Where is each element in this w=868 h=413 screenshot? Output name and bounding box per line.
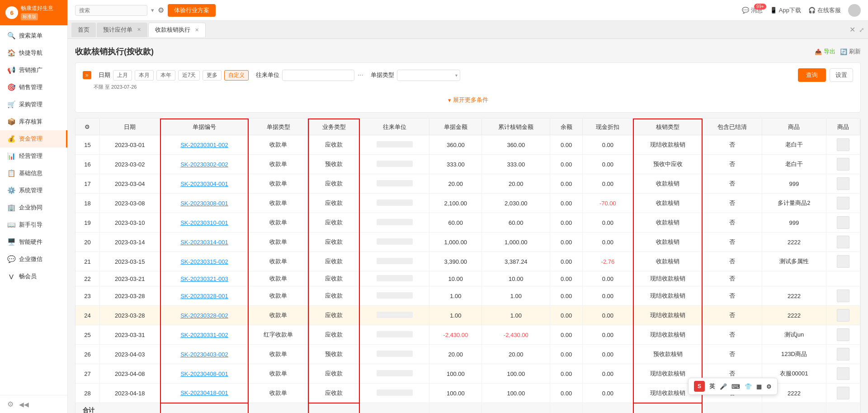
row-num: 16 xyxy=(75,155,99,174)
ime-keyboard-icon[interactable]: ⌨ xyxy=(731,383,740,390)
message-button[interactable]: 💬 消息 99+ xyxy=(742,6,763,14)
online-service-button[interactable]: 🎧 在线客服 xyxy=(808,6,841,14)
filter-settings-button[interactable]: 设置 xyxy=(830,68,853,82)
ime-logo: S xyxy=(694,381,705,392)
col-settings[interactable]: ⚙ xyxy=(75,119,99,135)
date-last-month-button[interactable]: 上月 xyxy=(113,70,132,81)
filter-expand-arrow[interactable]: » xyxy=(83,71,91,79)
hardware-icon: 🖥️ xyxy=(7,238,15,246)
bill-no-link[interactable]: SK-20230308-001 xyxy=(180,200,228,207)
sidebar-item-inventory[interactable]: 📦库存核算 xyxy=(0,113,67,130)
col-biz-type: 业务类型 xyxy=(308,119,359,135)
row-bill-no: SK-20230315-002 xyxy=(160,252,249,271)
bill-no-link[interactable]: SK-20230315-002 xyxy=(180,258,228,265)
row-include-settled: 否 xyxy=(702,271,762,286)
row-date: 2023-03-08 xyxy=(99,194,160,213)
row-num: 21 xyxy=(75,252,99,271)
date-custom-button[interactable]: 自定义 xyxy=(224,70,249,81)
row-balance: 0.00 xyxy=(550,213,583,233)
row-product: 2222 xyxy=(762,286,826,306)
date-this-month-button[interactable]: 本月 xyxy=(135,70,154,81)
sidebar-item-label: 库存核算 xyxy=(19,118,42,126)
row-partner xyxy=(359,174,429,194)
sidebar-item-guide[interactable]: 📖新手引导 xyxy=(0,216,67,233)
close-all-tabs-icon[interactable]: ✕ xyxy=(849,25,855,34)
bill-no-link[interactable]: SK-20230403-002 xyxy=(180,351,228,358)
bill-no-link[interactable]: SK-20230310-001 xyxy=(180,219,228,226)
col-product: 商品 xyxy=(762,119,826,135)
ime-settings-icon[interactable]: ⚙ xyxy=(766,383,772,390)
sidebar-item-marketing[interactable]: 📢营销推广 xyxy=(0,62,67,79)
solution-button[interactable]: 体验行业方案 xyxy=(168,4,216,17)
sidebar-item-operation[interactable]: 📊经营管理 xyxy=(0,147,67,165)
sidebar-item-capital[interactable]: 💰资金管理 xyxy=(0,130,67,147)
refresh-button[interactable]: 🔄 刷新 xyxy=(840,47,861,56)
sidebar-item-hardware[interactable]: 🖥️智能硬件 xyxy=(0,233,67,251)
sidebar-item-purchase[interactable]: 🛒采购管理 xyxy=(0,96,67,113)
row-bill-type: 收款单 xyxy=(248,364,308,384)
page-header: 收款核销执行(按收款) 📤 导出 🔄 刷新 xyxy=(75,46,861,57)
total-bill-no xyxy=(160,403,249,413)
tab-home[interactable]: 首页 xyxy=(71,23,96,37)
row-partner xyxy=(359,135,429,155)
date-this-year-button[interactable]: 本年 xyxy=(156,70,175,81)
row-verified: 333.00 xyxy=(482,155,550,174)
topbar-search-input[interactable] xyxy=(75,5,147,16)
tab-collection[interactable]: 收款核销执行 ✕ xyxy=(148,23,206,37)
sidebar-item-company[interactable]: 🏢企业协同 xyxy=(0,199,67,216)
marketing-icon: 📢 xyxy=(7,66,15,74)
bill-no-link[interactable]: SK-20230304-001 xyxy=(180,180,228,187)
row-product: 多计量商品2 xyxy=(762,194,826,213)
query-button[interactable]: 查询 xyxy=(798,68,826,82)
bill-no-link[interactable]: SK-20230321-003 xyxy=(180,275,228,282)
bill-no-link[interactable]: SK-20230302-002 xyxy=(180,161,228,168)
row-verify-type: 收款核销 xyxy=(633,174,703,194)
collapse-sidebar-button[interactable]: ◀◀ xyxy=(19,401,29,408)
row-partner xyxy=(359,155,429,174)
expand-tabs-icon[interactable]: ⤢ xyxy=(859,26,864,33)
sidebar-item-search[interactable]: 🔍搜索菜单 xyxy=(0,27,67,44)
bill-no-link[interactable]: SK-20230331-002 xyxy=(180,332,228,338)
tab-prepay-label: 预计应付单 xyxy=(103,26,132,34)
sales-icon: 🎯 xyxy=(7,83,15,91)
tab-collection-close-icon[interactable]: ✕ xyxy=(195,27,199,33)
partner-filter-input[interactable] xyxy=(282,70,354,81)
sidebar-item-member[interactable]: V畅会员 xyxy=(0,268,67,285)
bill-no-link[interactable]: SK-20230301-002 xyxy=(180,142,228,148)
export-button[interactable]: 📤 导出 xyxy=(815,47,835,56)
topbar-settings-icon[interactable]: ⚙ xyxy=(158,6,164,14)
expand-more-conditions[interactable]: ▾ 展开更多条件 xyxy=(83,93,853,107)
row-num: 18 xyxy=(75,194,99,213)
date-more-button[interactable]: 更多 xyxy=(203,70,222,81)
company-icon: 🏢 xyxy=(7,204,15,212)
app-download-button[interactable]: 📱 App下载 xyxy=(770,6,801,14)
partner-filter-dots[interactable]: ··· xyxy=(357,71,363,79)
sidebar-item-sales[interactable]: 🎯销售管理 xyxy=(0,79,67,96)
tab-prepay-close-icon[interactable]: ✕ xyxy=(137,27,141,33)
bill-no-link[interactable]: SK-20230328-001 xyxy=(180,293,228,299)
user-avatar[interactable] xyxy=(848,4,861,17)
purchase-icon: 🛒 xyxy=(7,100,15,109)
col-discount: 现金折扣 xyxy=(583,119,633,135)
settings-icon[interactable]: ⚙ xyxy=(7,400,14,408)
sidebar-item-quick-nav[interactable]: 🏠快捷导航 xyxy=(0,44,67,62)
page-title: 收款核销执行(按收款) xyxy=(75,46,154,57)
bill-no-link[interactable]: SK-20230314-001 xyxy=(180,239,228,246)
row-biz-type: 应收款 xyxy=(308,325,359,345)
sidebar-item-basic[interactable]: 📋基础信息 xyxy=(0,165,67,182)
bill-no-link[interactable]: SK-20230328-002 xyxy=(180,312,228,319)
sidebar-item-system[interactable]: ⚙️系统管理 xyxy=(0,182,67,199)
partner-filter-label: 往来单位 xyxy=(256,71,279,79)
row-verify-type: 现结收款核销 xyxy=(633,271,703,286)
date-7days-button[interactable]: 近7天 xyxy=(178,70,200,81)
tab-prepay[interactable]: 预计应付单 ✕ xyxy=(97,23,147,37)
bill-no-link[interactable]: SK-20230408-001 xyxy=(180,370,228,377)
sidebar-item-wechat[interactable]: 💬企业微信 xyxy=(0,251,67,268)
bill-no-link[interactable]: SK-20230418-001 xyxy=(180,389,228,396)
ime-mic-icon[interactable]: 🎤 xyxy=(720,383,727,390)
product-thumbnail xyxy=(837,138,849,151)
bill-type-select[interactable] xyxy=(397,70,460,81)
table-scroll[interactable]: ⚙ 日期 单据编号 单据类型 业务类型 往来单位 单据金额 累计核销金额 余额 … xyxy=(75,119,860,413)
tab-collection-label: 收款核销执行 xyxy=(155,26,190,34)
bill-type-filter-label: 单据类型 xyxy=(371,71,394,79)
